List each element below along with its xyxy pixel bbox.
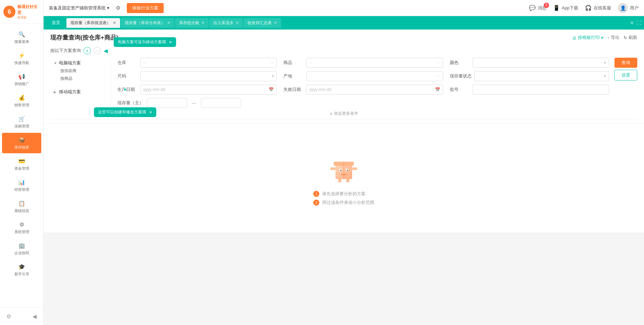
message-action[interactable]: 💬 消息 9	[529, 5, 546, 11]
sidebar-item-purchase[interactable]: 🛒 采购管理	[2, 112, 41, 132]
stock-status-select[interactable]: ▾	[474, 71, 609, 81]
warehouse-select[interactable]: ··· ···	[140, 58, 277, 68]
filter-size: 尺码 ▾	[117, 71, 277, 81]
size-select[interactable]: ▾	[140, 71, 277, 81]
goods-more-icon: ···	[437, 60, 440, 65]
popover-edit-close-icon[interactable]: ✕	[149, 110, 152, 115]
sidebar-item-system[interactable]: ⚙ 系统管理	[2, 217, 41, 238]
logo-icon: 6	[3, 6, 15, 18]
tab-close-1[interactable]: ✕	[167, 20, 170, 25]
sidebar-item-base[interactable]: 📋 基础信息	[2, 196, 41, 217]
system-selector[interactable]: 装备及固定资产辅助管理系统 ▾	[49, 5, 109, 11]
search-button[interactable]: 查询	[614, 58, 637, 68]
filter-add-button[interactable]: +	[84, 47, 91, 54]
header-left: 装备及固定资产辅助管理系统 ▾ ⚙ 体验行业方案	[49, 3, 164, 13]
sidebar-item-enterprise[interactable]: 🏢 企业协同	[2, 238, 41, 259]
refresh-icon: ↻	[624, 35, 627, 40]
produce-date-input[interactable]: yyyy-mm-dd 📅	[140, 85, 277, 95]
filter-stock-status: 现存量状态 ▾	[450, 71, 609, 81]
stock-status-dropdown-icon: ▾	[604, 74, 606, 78]
tree-node-desktop[interactable]: ▼ 电脑端方案	[54, 59, 107, 67]
filter-body: ▼ 电脑端方案 按供应商 按商品 ▶ 移动端方案	[50, 58, 637, 108]
collapse-sidebar-icon[interactable]: ◀	[30, 312, 39, 321]
settings-footer-icon[interactable]: ⚙	[4, 312, 13, 321]
header-settings-icon[interactable]: ⚙	[113, 3, 123, 13]
filter-header: 按以下方案查询 + ··· ◀ 电脑方案可设为移动方案哦 ✕	[50, 47, 637, 54]
sidebar-item-inventory[interactable]: 📦 库存核算	[2, 133, 41, 153]
sales-icon: 💰	[18, 94, 25, 101]
operation-icon: 📊	[18, 178, 25, 186]
content-area: 现存量查询(按仓库+商品) 🖨 按模板打印 ▾ ↑ 导出 ↻ 刷新	[44, 30, 644, 325]
origin-dropdown-icon: ···	[437, 74, 440, 78]
sidebar-item-finance[interactable]: 💳 资金管理	[2, 154, 41, 174]
tab-home[interactable]: 首页	[46, 18, 66, 28]
guide-icon: 🎓	[18, 263, 25, 270]
filter-dot-button[interactable]: ···	[94, 47, 101, 54]
tree-child-goods[interactable]: 按商品	[60, 75, 107, 83]
page-title: 现存量查询(按仓库+商品)	[50, 34, 118, 42]
phone-icon: 📱	[553, 5, 560, 11]
origin-select[interactable]: ···	[306, 71, 443, 81]
top-header: 装备及固定资产辅助管理系统 ▾ ⚙ 体验行业方案 💬 消息 9 📱 App下载 …	[44, 0, 644, 16]
page-container: 现存量查询(按仓库+商品) 🖨 按模板打印 ▾ ↑ 导出 ↻ 刷新	[44, 30, 644, 232]
sidebar-item-guide[interactable]: 🎓 新手引导	[2, 260, 41, 280]
tree-node-mobile[interactable]: ▶ 移动端方案	[54, 88, 107, 96]
filter-section: 按以下方案查询 + ··· ◀ 电脑方案可设为移动方案哦 ✕	[44, 44, 644, 124]
batch-input[interactable]	[473, 85, 609, 95]
marketing-icon: 📢	[18, 73, 25, 80]
print-dropdown-icon: ▾	[601, 35, 603, 40]
user-action[interactable]: 👤 用户	[618, 3, 639, 13]
goods-select[interactable]: ··· ···	[306, 58, 443, 68]
sidebar-item-sales[interactable]: 💰 销售管理	[2, 91, 41, 111]
tab-batch-account[interactable]: 库存批次账 ✕	[175, 18, 209, 28]
filter-arrow-button[interactable]: ◀	[104, 48, 108, 54]
export-button[interactable]: ↑ 导出	[607, 35, 620, 41]
filter-actions: 查询 设置	[609, 58, 637, 108]
tab-close-0[interactable]: ✕	[113, 20, 116, 25]
tab-inventory-status[interactable]: 现存量（库存状况表） ✕	[66, 18, 120, 28]
app-download-action[interactable]: 📱 App下载	[553, 5, 578, 11]
industry-button[interactable]: 体验行业方案	[127, 3, 164, 13]
popover-close-icon[interactable]: ✕	[169, 40, 172, 45]
popover-desktop: 电脑方案可设为移动方案哦 ✕	[114, 37, 176, 47]
tab-inout-flow[interactable]: 出入库流水 ✕	[209, 18, 243, 28]
tab-close-3[interactable]: ✕	[235, 20, 239, 25]
filter-goods: 商品 ··· ···	[283, 58, 443, 68]
sidebar-item-operation[interactable]: 📊 经营管理	[2, 175, 41, 196]
sidebar-nav: 🔍 搜索菜单 ⚡ 快捷导航 📢 营销推广 💰 销售管理 🛒 采购管理 📦 库存核…	[0, 24, 43, 307]
size-dropdown-icon: ▾	[272, 74, 274, 78]
refresh-button[interactable]: ↻ 刷新	[624, 35, 637, 41]
tree-children-desktop: 按供应商 按商品	[54, 67, 107, 83]
select-more-icon: ···	[270, 60, 274, 65]
svg-point-6	[347, 170, 348, 171]
empty-tip-1: 1 请先选择要分析的方案	[313, 191, 374, 197]
filter-row-4: 现存量（主） —	[117, 98, 609, 108]
popover-edit: 这里可以创建和修改方案哦 ✕	[94, 107, 156, 117]
filter-expire-date: 失效日期 yyyy-mm-dd 📅	[283, 85, 443, 95]
sidebar-item-marketing[interactable]: 📢 营销推广	[2, 69, 41, 90]
tab-close-all-icon[interactable]: ✕	[630, 20, 634, 25]
sidebar-item-search[interactable]: 🔍 搜索菜单	[2, 27, 41, 48]
tree-child-supplier[interactable]: 按供应商	[60, 67, 107, 75]
tab-close-4[interactable]: ✕	[274, 20, 277, 25]
service-action[interactable]: 🎧 在线客服	[585, 5, 611, 11]
stock-main-min-input[interactable]	[147, 98, 187, 108]
print-button[interactable]: 🖨 按模板打印 ▾	[572, 35, 603, 41]
headset-icon: 🎧	[585, 5, 592, 11]
expand-mobile-icon: ▶	[54, 90, 59, 94]
expire-date-input[interactable]: yyyy-mm-dd 📅	[306, 85, 443, 95]
reset-button[interactable]: 设置	[614, 70, 637, 80]
stock-main-max-input[interactable]	[201, 98, 241, 108]
inventory-icon: 📦	[18, 136, 25, 144]
tab-fullscreen-icon[interactable]: ⛶	[637, 20, 641, 25]
filter-row-1: 仓库 ··· ··· 商品 ···	[117, 58, 609, 68]
tab-inventory-dist[interactable]: 现存量（库存分布表） ✕	[121, 18, 174, 28]
svg-rect-7	[330, 167, 335, 170]
tab-summary[interactable]: 收发存汇总表 ✕	[244, 18, 281, 28]
sidebar-item-quick[interactable]: ⚡ 快捷导航	[2, 48, 41, 69]
filter-origin: 产地 ···	[283, 71, 443, 81]
tab-close-2[interactable]: ✕	[201, 20, 205, 25]
scheme-tree-panel: ▼ 电脑端方案 按供应商 按商品 ▶ 移动端方案	[50, 58, 111, 108]
color-select[interactable]: ▾	[473, 58, 609, 68]
filter-color: 颜色 ▾	[450, 58, 609, 68]
